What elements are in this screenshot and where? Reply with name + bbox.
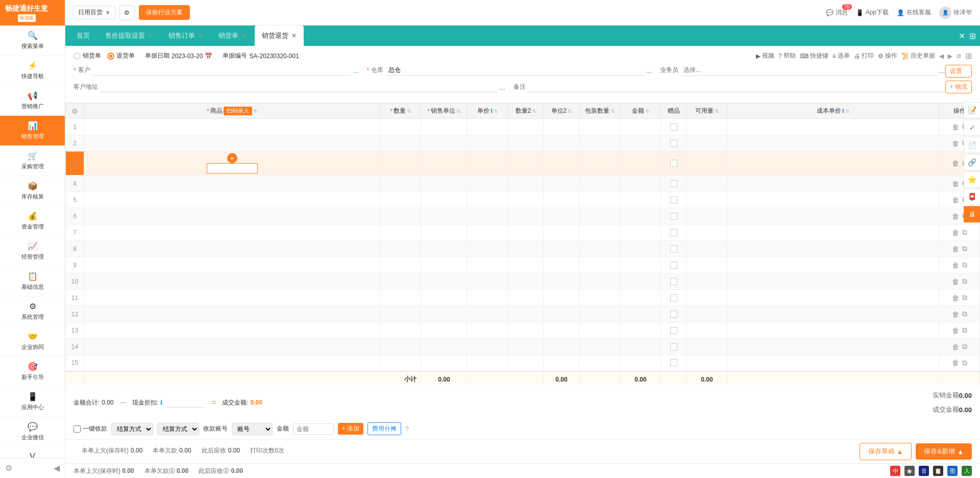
sale-unit-cell[interactable] (421, 306, 467, 322)
quantity2-cell[interactable] (508, 135, 544, 152)
unit-price-cell[interactable] (467, 241, 508, 257)
history-action-btn[interactable]: 📜 历史单据 (901, 52, 935, 60)
pack-qty-cell[interactable] (579, 208, 620, 224)
sidebar-item-sales[interactable]: 📊 销售管理 (0, 116, 65, 146)
product-cell[interactable] (84, 290, 380, 306)
product-input[interactable] (207, 163, 258, 173)
price-info-icon[interactable]: ℹ (491, 108, 493, 114)
available-cell[interactable] (687, 306, 727, 322)
delete-row-icon[interactable]: 🗑 (952, 180, 959, 188)
gift-cell[interactable] (661, 322, 687, 339)
quantity-cell[interactable] (380, 224, 421, 241)
quantity-cell[interactable] (380, 152, 421, 175)
tab-sale-return-close[interactable]: ✕ (291, 32, 297, 39)
available-cell[interactable] (687, 135, 727, 152)
unit-price-cell[interactable] (467, 224, 508, 241)
gift-checkbox[interactable] (670, 327, 677, 334)
sidebar-item-purchase[interactable]: 🛒 采购管理 (0, 146, 65, 176)
operate-action-btn[interactable]: ⚙ 操作 (878, 52, 897, 60)
cost-price-cell[interactable] (727, 192, 939, 208)
delete-row-icon[interactable]: 🗑 (952, 159, 959, 167)
pack-qty-cell[interactable] (579, 152, 620, 175)
product-cell[interactable]: + (84, 152, 380, 175)
statusbar-icon-4[interactable]: 📋 (933, 466, 943, 476)
tab-layout-button[interactable]: ⊞ (969, 31, 976, 41)
unit-price-cell[interactable] (467, 355, 508, 371)
tab-sale-order[interactable]: 销售订单 ✕ (161, 26, 210, 46)
product-cell[interactable] (84, 273, 380, 290)
gift-checkbox[interactable] (670, 343, 677, 350)
cost-price-cell[interactable] (727, 322, 939, 339)
available-cell[interactable] (687, 208, 727, 224)
unit2-cell[interactable] (544, 208, 579, 224)
unit2-cell[interactable] (544, 152, 579, 175)
notification-icon-item[interactable]: 💬 70 消息 (826, 8, 848, 17)
print-action-btn[interactable]: 🖨 打印 (854, 52, 874, 60)
remark-input[interactable] (528, 82, 945, 92)
amount-cell[interactable] (620, 152, 661, 175)
cost-price-cell[interactable] (727, 306, 939, 322)
payment-method-select[interactable]: 结算方式 现结 月结 (111, 423, 153, 435)
sale-unit-cell[interactable] (421, 224, 467, 241)
sale-unit-cell[interactable] (421, 208, 467, 224)
address-dots-button[interactable]: ... (499, 83, 505, 91)
gift-checkbox[interactable] (670, 140, 677, 147)
settings-quick-button[interactable]: 设置 (945, 65, 972, 78)
save-draft-button[interactable]: 保存草稿 ▲ (860, 443, 912, 460)
available-cell[interactable] (687, 322, 727, 339)
delete-row-icon[interactable]: 🗑 (952, 212, 959, 220)
available-cell[interactable] (687, 355, 727, 371)
price-sort-icon[interactable]: ⇅ (494, 108, 498, 114)
unit2-cell[interactable] (544, 119, 579, 135)
pack-qty-cell[interactable] (579, 339, 620, 355)
pack-qty-cell[interactable] (579, 355, 620, 371)
unit-price-cell[interactable] (467, 306, 508, 322)
cost-price-cell[interactable] (727, 119, 939, 135)
sidebar-collapse-icon[interactable]: ◀ (54, 463, 60, 473)
split-cost-button[interactable]: 费用分摊 (368, 422, 401, 435)
cost-price-cell[interactable] (727, 135, 939, 152)
available-cell[interactable] (687, 241, 727, 257)
pack-qty-cell[interactable] (579, 192, 620, 208)
warehouse-dots-button[interactable]: ... (646, 66, 652, 74)
calendar-icon[interactable]: 📅 (205, 53, 212, 60)
sale-unit-cell[interactable] (421, 322, 467, 339)
amount-cell[interactable] (620, 273, 661, 290)
float-btn-5[interactable]: ⭐ (964, 171, 980, 188)
unit-price-cell[interactable] (467, 192, 508, 208)
select-action-btn[interactable]: ≡ 选单 (832, 52, 850, 60)
unit2-cell[interactable] (544, 339, 579, 355)
available-cell[interactable] (687, 339, 727, 355)
gift-cell[interactable] (661, 224, 687, 241)
quantity-cell[interactable] (380, 290, 421, 306)
gift-checkbox[interactable] (670, 196, 677, 204)
amount-cell[interactable] (620, 339, 661, 355)
delete-row-icon[interactable]: 🗑 (952, 261, 959, 269)
gift-cell[interactable] (661, 241, 687, 257)
quantity2-cell[interactable] (508, 152, 544, 175)
quantity-cell[interactable] (380, 119, 421, 135)
gift-cell[interactable] (661, 192, 687, 208)
quantity-cell[interactable] (380, 257, 421, 273)
product-cell[interactable] (84, 306, 380, 322)
float-btn-2[interactable]: ✓ (964, 119, 980, 136)
delete-row-icon[interactable]: 🗑 (952, 326, 959, 335)
amount-cell[interactable] (620, 224, 661, 241)
sidebar-item-inventory[interactable]: 📦 库存核算 (0, 176, 65, 206)
discount-info-icon[interactable]: ℹ (160, 399, 163, 406)
sale-unit-cell[interactable] (421, 355, 467, 371)
tab-sale-order-close[interactable]: ✕ (198, 32, 203, 39)
available-cell[interactable] (687, 192, 727, 208)
quantity-cell[interactable] (380, 322, 421, 339)
amount-cell[interactable] (620, 119, 661, 135)
cost-price-cell[interactable] (727, 208, 939, 224)
delete-row-icon[interactable]: 🗑 (952, 196, 959, 204)
float-btn-3[interactable]: 📄 (964, 137, 980, 153)
product-cell[interactable] (84, 241, 380, 257)
table-settings-icon[interactable]: ⚙ (71, 107, 78, 115)
address-input[interactable] (100, 82, 497, 92)
quantity2-cell[interactable] (508, 273, 544, 290)
cost-price-cell[interactable] (727, 339, 939, 355)
quantity-cell[interactable] (380, 339, 421, 355)
quantity2-cell[interactable] (508, 290, 544, 306)
